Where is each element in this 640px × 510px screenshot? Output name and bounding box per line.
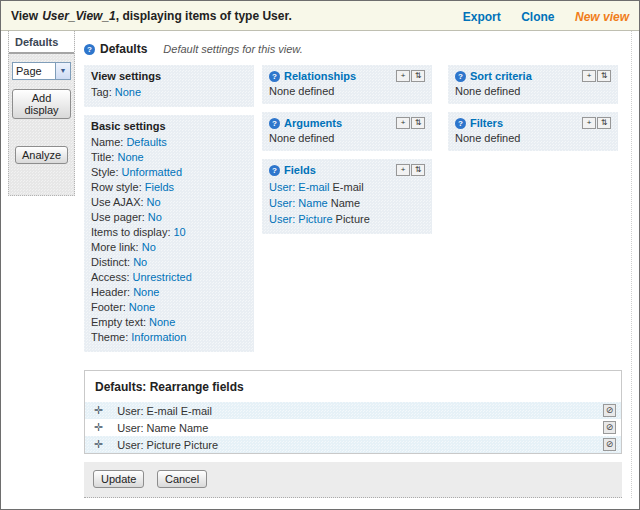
remove-field-button[interactable]: ⊘ bbox=[603, 421, 616, 434]
field-link[interactable]: User: Name bbox=[269, 197, 328, 209]
clone-link[interactable]: Clone bbox=[521, 10, 554, 24]
view-header-bar: ViewUser_View_1, displaying items of typ… bbox=[1, 1, 639, 31]
setting-label: Empty text: bbox=[91, 316, 146, 328]
view-settings-box: View settings Tag:None bbox=[84, 65, 254, 107]
sort-criteria-header: ? Sort criteria + ⇅ bbox=[455, 70, 611, 82]
setting-value-link[interactable]: Information bbox=[131, 331, 186, 343]
cancel-button[interactable]: Cancel bbox=[157, 470, 207, 488]
setting-label: Header: bbox=[91, 286, 130, 298]
export-link[interactable]: Export bbox=[463, 10, 501, 24]
setting-label: Tag: bbox=[91, 86, 112, 98]
filters-actions: + ⇅ bbox=[581, 117, 611, 129]
rearrange-row: ✛ User: Picture Picture ⊘ bbox=[85, 436, 621, 453]
help-icon[interactable]: ? bbox=[269, 118, 280, 129]
header-links: Export Clone New view bbox=[447, 7, 629, 25]
analyze-wrap: Analyze bbox=[12, 145, 71, 164]
filters-link[interactable]: Filters bbox=[470, 117, 581, 129]
column-3: ? Sort criteria + ⇅ None defined ? Filte… bbox=[448, 65, 618, 360]
setting-value-link[interactable]: No bbox=[147, 196, 161, 208]
remove-field-button[interactable]: ⊘ bbox=[603, 404, 616, 417]
setting-value-link[interactable]: 10 bbox=[173, 226, 185, 238]
setting-row: Footer:None bbox=[91, 300, 247, 315]
filters-box: ? Filters + ⇅ None defined bbox=[448, 112, 618, 151]
add-button[interactable]: + bbox=[396, 70, 410, 82]
setting-value-link[interactable]: None bbox=[115, 86, 141, 98]
help-icon[interactable]: ? bbox=[84, 44, 95, 55]
arguments-box: ? Arguments + ⇅ None defined bbox=[262, 112, 432, 151]
rearrange-button[interactable]: ⇅ bbox=[411, 164, 425, 176]
rearrange-row: ✛ User: Name Name ⊘ bbox=[85, 419, 621, 436]
sidebar-controls: Page ▼ Add display Analyze bbox=[9, 54, 74, 174]
update-button[interactable]: Update bbox=[93, 470, 144, 488]
add-display-button[interactable]: Add display bbox=[12, 89, 71, 119]
setting-value-link[interactable]: Unrestricted bbox=[133, 271, 192, 283]
remove-field-button[interactable]: ⊘ bbox=[603, 438, 616, 451]
field-link[interactable]: User: Picture bbox=[269, 213, 333, 225]
arguments-link[interactable]: Arguments bbox=[284, 117, 395, 129]
view-name: User_View_1 bbox=[42, 9, 116, 23]
setting-label: Use AJAX: bbox=[91, 196, 144, 208]
chevron-down-icon: ▼ bbox=[55, 63, 70, 79]
setting-row: More link:No bbox=[91, 240, 247, 255]
field-item: User: PicturePicture bbox=[269, 211, 425, 227]
arguments-empty-text: None defined bbox=[269, 132, 425, 144]
display-type-select[interactable]: Page ▼ bbox=[12, 62, 71, 80]
content-header-description: Default settings for this view. bbox=[163, 43, 302, 55]
setting-value-link[interactable]: No bbox=[142, 241, 156, 253]
help-icon[interactable]: ? bbox=[269, 165, 280, 176]
setting-label: Items to display: bbox=[91, 226, 170, 238]
help-icon[interactable]: ? bbox=[455, 71, 466, 82]
column-2: ? Relationships + ⇅ None defined ? Argum… bbox=[262, 65, 432, 360]
help-icon[interactable]: ? bbox=[455, 118, 466, 129]
rearrange-button[interactable]: ⇅ bbox=[597, 70, 611, 82]
page-title: ViewUser_View_1, displaying items of typ… bbox=[11, 9, 447, 23]
setting-value-link[interactable]: Unformatted bbox=[122, 166, 183, 178]
setting-row: Use AJAX:No bbox=[91, 195, 247, 210]
fields-link[interactable]: Fields bbox=[284, 164, 395, 176]
sort-criteria-actions: + ⇅ bbox=[581, 70, 611, 82]
rearrange-button[interactable]: ⇅ bbox=[597, 117, 611, 129]
drag-handle-icon[interactable]: ✛ bbox=[94, 404, 103, 417]
drag-handle-icon[interactable]: ✛ bbox=[94, 438, 103, 451]
setting-value-link[interactable]: No bbox=[148, 211, 162, 223]
analyze-button[interactable]: Analyze bbox=[15, 146, 68, 164]
sort-criteria-link[interactable]: Sort criteria bbox=[470, 70, 581, 82]
setting-label: More link: bbox=[91, 241, 139, 253]
help-icon[interactable]: ? bbox=[269, 71, 280, 82]
setting-row: Access:Unrestricted bbox=[91, 270, 247, 285]
setting-label: Footer: bbox=[91, 301, 126, 313]
setting-value-link[interactable]: None bbox=[117, 151, 143, 163]
setting-value-link[interactable]: Fields bbox=[145, 181, 174, 193]
add-button[interactable]: + bbox=[396, 117, 410, 129]
add-button[interactable]: + bbox=[582, 117, 596, 129]
setting-value-link[interactable]: None bbox=[133, 286, 159, 298]
setting-label: Name: bbox=[91, 136, 123, 148]
setting-value-link[interactable]: No bbox=[133, 256, 147, 268]
add-button[interactable]: + bbox=[582, 70, 596, 82]
field-link[interactable]: User: E-mail bbox=[269, 181, 330, 193]
rearrange-title: Defaults: Rearrange fields bbox=[85, 371, 621, 402]
tab-defaults[interactable]: Defaults bbox=[9, 31, 74, 54]
display-type-select-value: Page bbox=[13, 65, 55, 77]
relationships-link[interactable]: Relationships bbox=[284, 70, 395, 82]
setting-label: Use pager: bbox=[91, 211, 145, 223]
rearrange-row: ✛ User: E-mail E-mail ⊘ bbox=[85, 402, 621, 419]
settings-columns: View settings Tag:None Basic settings Na… bbox=[84, 65, 622, 360]
new-view-link[interactable]: New view bbox=[575, 10, 629, 24]
basic-settings-title: Basic settings bbox=[91, 120, 247, 132]
sort-criteria-box: ? Sort criteria + ⇅ None defined bbox=[448, 65, 618, 104]
setting-row: Style:Unformatted bbox=[91, 165, 247, 180]
rearrange-button[interactable]: ⇅ bbox=[411, 70, 425, 82]
field-suffix: E-mail bbox=[333, 181, 364, 193]
add-button[interactable]: + bbox=[396, 164, 410, 176]
rearrange-button[interactable]: ⇅ bbox=[411, 117, 425, 129]
setting-value-link[interactable]: Defaults bbox=[126, 136, 166, 148]
arguments-actions: + ⇅ bbox=[395, 117, 425, 129]
drag-handle-icon[interactable]: ✛ bbox=[94, 421, 103, 434]
setting-value-link[interactable]: None bbox=[149, 316, 175, 328]
sort-criteria-empty-text: None defined bbox=[455, 85, 611, 97]
setting-value-link[interactable]: None bbox=[129, 301, 155, 313]
title-suffix: , displaying items of type User. bbox=[116, 9, 292, 23]
rearrange-row-label: User: Picture Picture bbox=[117, 439, 603, 451]
setting-label: Style: bbox=[91, 166, 119, 178]
